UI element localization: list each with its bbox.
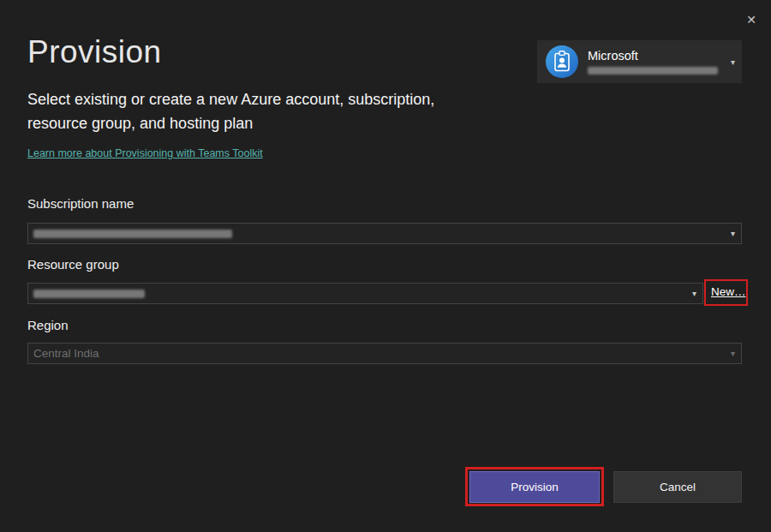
account-provider-label: Microsoft — [588, 49, 718, 63]
provision-button[interactable]: Provision — [469, 471, 600, 503]
account-info: Microsoft — [588, 49, 718, 75]
account-email-redacted — [588, 67, 718, 75]
provision-dialog: ✕ Provision Microsoft ▾ — [0, 0, 771, 532]
dialog-subtitle: Select existing or create a new Azure ac… — [27, 87, 434, 135]
close-icon: ✕ — [746, 13, 756, 27]
resource-group-select[interactable]: ▾ — [27, 283, 703, 304]
subscription-name-label: Subscription name — [27, 196, 134, 211]
subscription-value-redacted — [33, 230, 232, 238]
resource-group-label: Resource group — [27, 257, 119, 272]
subtitle-line-1: Select existing or create a new Azure ac… — [27, 87, 434, 111]
resource-group-value-redacted — [33, 290, 145, 298]
learn-more-link[interactable]: Learn more about Provisioning with Teams… — [27, 147, 263, 159]
region-value: Central India — [33, 347, 99, 360]
new-resource-group-link[interactable]: New… — [711, 285, 746, 298]
subscription-select[interactable]: ▾ — [27, 223, 742, 244]
chevron-down-icon: ▾ — [731, 229, 735, 238]
region-label: Region — [27, 318, 69, 332]
account-badge-icon — [546, 45, 578, 78]
page-title: Provision — [27, 34, 162, 70]
close-button[interactable]: ✕ — [742, 10, 761, 29]
chevron-down-icon[interactable]: ▾ — [731, 57, 735, 67]
cancel-button[interactable]: Cancel — [613, 471, 742, 503]
subtitle-line-2: resource group, and hosting plan — [27, 111, 434, 135]
chevron-down-icon: ▾ — [731, 349, 735, 358]
account-selector[interactable]: Microsoft ▾ — [537, 40, 742, 83]
region-select: Central India ▾ — [27, 343, 742, 364]
chevron-down-icon: ▾ — [692, 289, 696, 298]
